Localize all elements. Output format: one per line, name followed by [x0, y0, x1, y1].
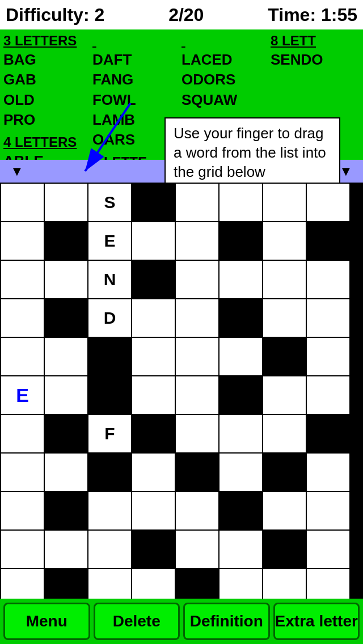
word-squaw[interactable]: SQUAW	[182, 90, 271, 110]
cell-8-3[interactable]	[132, 492, 175, 529]
cell-5-7[interactable]	[307, 376, 349, 414]
cell-4-3[interactable]	[132, 338, 175, 375]
scroll-left-arrow[interactable]: ▼	[0, 160, 34, 183]
cell-8-5[interactable]	[220, 492, 262, 529]
cell-1-3[interactable]	[132, 222, 175, 260]
cell-4-2[interactable]	[88, 338, 131, 375]
cell-9-4[interactable]	[176, 531, 218, 568]
cell-3-0[interactable]	[1, 299, 44, 337]
cell-1-6[interactable]	[263, 222, 306, 260]
cell-9-5[interactable]	[220, 531, 262, 568]
cell-0-3[interactable]	[132, 184, 175, 221]
cell-2-1[interactable]	[45, 261, 87, 298]
cell-7-7[interactable]	[307, 454, 349, 491]
cell-3-1[interactable]	[45, 299, 87, 337]
cell-0-7[interactable]	[307, 184, 349, 221]
cell-6-4[interactable]	[176, 415, 218, 452]
cell-1-2[interactable]: E	[88, 222, 131, 260]
menu-button[interactable]: Menu	[3, 603, 90, 640]
cell-4-1[interactable]	[45, 338, 87, 375]
word-pro[interactable]: PRO	[3, 110, 92, 130]
cell-9-0[interactable]	[1, 531, 44, 568]
cell-7-2[interactable]	[88, 454, 131, 491]
cell-3-3[interactable]	[132, 299, 175, 337]
cell-5-0[interactable]: E	[1, 376, 44, 414]
cell-3-6[interactable]	[263, 299, 306, 337]
cell-6-6[interactable]	[263, 415, 306, 452]
cell-4-5[interactable]	[220, 338, 262, 375]
cell-2-4[interactable]	[176, 261, 218, 298]
cell-2-3[interactable]	[132, 261, 175, 298]
cell-3-2[interactable]: D	[88, 299, 131, 337]
cell-0-0[interactable]	[1, 184, 44, 221]
word-daft[interactable]: DAFT	[92, 50, 182, 70]
cell-5-3[interactable]	[132, 376, 175, 414]
cell-2-5[interactable]	[220, 261, 262, 298]
word-gab[interactable]: GAB	[3, 70, 92, 90]
cell-6-3[interactable]	[132, 415, 175, 452]
cell-6-5[interactable]	[220, 415, 262, 452]
cell-1-7[interactable]	[307, 222, 349, 260]
cell-0-4[interactable]	[176, 184, 218, 221]
cell-2-7[interactable]	[307, 261, 349, 298]
cell-5-6[interactable]	[263, 376, 306, 414]
cell-1-0[interactable]	[1, 222, 44, 260]
cell-5-5[interactable]	[220, 376, 262, 414]
cell-5-2[interactable]	[88, 376, 131, 414]
cell-8-6[interactable]	[263, 492, 306, 529]
cell-8-7[interactable]	[307, 492, 349, 529]
cell-3-5[interactable]	[220, 299, 262, 337]
cell-1-4[interactable]	[176, 222, 218, 260]
cell-2-0[interactable]	[1, 261, 44, 298]
cell-7-5[interactable]	[220, 454, 262, 491]
cell-6-2[interactable]: F	[88, 415, 131, 452]
cell-8-1[interactable]	[45, 492, 87, 529]
cell-8-0[interactable]	[1, 492, 44, 529]
word-fang[interactable]: FANG	[92, 70, 182, 90]
cell-9-1[interactable]	[45, 531, 87, 568]
cell-1-5[interactable]	[220, 222, 262, 260]
cell-6-7[interactable]	[307, 415, 349, 452]
cell-3-4[interactable]	[176, 299, 218, 337]
cell-0-6[interactable]	[263, 184, 306, 221]
cell-0-2[interactable]: S	[88, 184, 131, 221]
cell-5-4[interactable]	[176, 376, 218, 414]
cell-9-2[interactable]	[88, 531, 131, 568]
cell-7-6[interactable]	[263, 454, 306, 491]
cell-7-3[interactable]	[132, 454, 175, 491]
word-laced[interactable]: LACED	[182, 50, 271, 70]
grid-container: SENDEF	[0, 183, 363, 599]
cell-9-6[interactable]	[263, 531, 306, 568]
cell-4-7[interactable]	[307, 338, 349, 375]
word-odors[interactable]: ODORS	[182, 70, 271, 90]
word-old[interactable]: OLD	[3, 90, 92, 110]
cell-7-0[interactable]	[1, 454, 44, 491]
cell-6-1[interactable]	[45, 415, 87, 452]
cell-4-6[interactable]	[263, 338, 306, 375]
definition-button[interactable]: Definition	[183, 603, 270, 640]
cell-4-0[interactable]	[1, 338, 44, 375]
cell-8-2[interactable]	[88, 492, 131, 529]
cell-8-4[interactable]	[176, 492, 218, 529]
cell-9-7[interactable]	[307, 531, 349, 568]
cell-1-1[interactable]	[45, 222, 87, 260]
cell-4-4[interactable]	[176, 338, 218, 375]
word-fowl[interactable]: FOWL	[92, 90, 182, 110]
cell-6-0[interactable]	[1, 415, 44, 452]
cell-9-3[interactable]	[132, 531, 175, 568]
cell-0-5[interactable]	[220, 184, 262, 221]
delete-button[interactable]: Delete	[94, 603, 180, 640]
bottom-bar: Menu Delete Definition Extra letter	[0, 599, 363, 644]
word-sendo[interactable]: SENDO	[271, 50, 360, 70]
cell-7-1[interactable]	[45, 454, 87, 491]
word-bag[interactable]: BAG	[3, 50, 92, 70]
cell-2-6[interactable]	[263, 261, 306, 298]
time-label: Time: 1:55	[268, 5, 357, 26]
cell-3-7[interactable]	[307, 299, 349, 337]
extra-letter-button[interactable]: Extra letter	[273, 603, 360, 640]
cell-5-1[interactable]	[45, 376, 87, 414]
progress-label: 2/20	[168, 5, 204, 26]
cell-0-1[interactable]	[45, 184, 87, 221]
cell-7-4[interactable]	[176, 454, 218, 491]
cell-2-2[interactable]: N	[88, 261, 131, 298]
